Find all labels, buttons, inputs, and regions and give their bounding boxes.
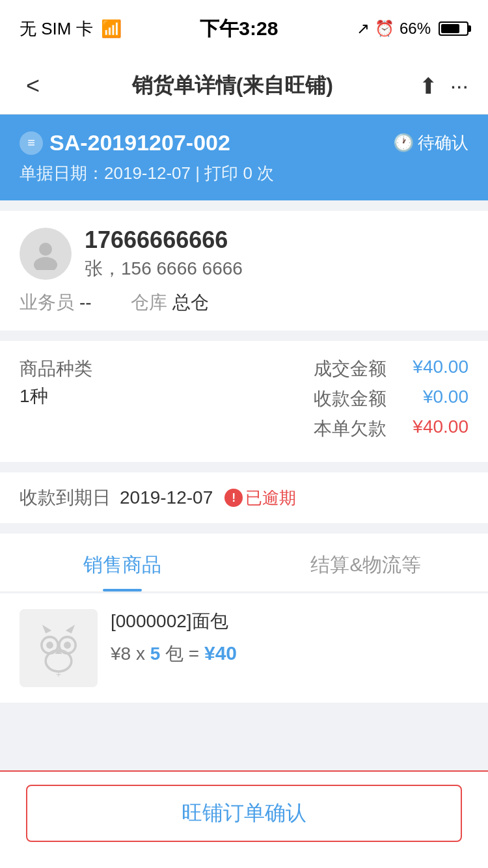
due-date: 2019-12-07: [120, 487, 213, 508]
product-types: 商品种类 1种: [20, 357, 92, 409]
product-name: [0000002]面包: [111, 609, 468, 634]
nav-bar: < 销货单详情(来自旺铺) ⬆ ···: [0, 57, 488, 115]
svg-point-4: [46, 642, 53, 649]
customer-name: 张，156 6666 6666: [85, 256, 468, 281]
nav-actions: ⬆ ···: [419, 73, 468, 99]
amounts-right: 成交金额 ¥40.00 收款金额 ¥0.00 本单欠款 ¥40.00: [314, 357, 468, 446]
confirm-order-button[interactable]: 旺铺订单确认: [26, 785, 462, 842]
status-left: 无 SIM 卡 📶: [20, 18, 122, 40]
customer-info: 17666666666 张，156 6666 6666: [85, 226, 468, 281]
svg-point-0: [39, 243, 52, 256]
overdue-text: 已逾期: [245, 487, 296, 509]
tabs: 销售商品 结算&物流等: [0, 534, 488, 592]
amount-section: 商品种类 1种 成交金额 ¥40.00 收款金额 ¥0.00 本单欠款 ¥40.…: [0, 341, 488, 462]
tab-sales-products[interactable]: 销售商品: [0, 534, 244, 591]
bottom-bar: 旺铺订单确认: [0, 770, 488, 868]
table-row: + [0000002]面包 ¥8 x 5 包 = ¥40: [0, 593, 488, 703]
salesperson-item: 业务员 --: [20, 290, 92, 315]
battery-label: 66%: [400, 20, 431, 38]
product-quantity: 5: [150, 644, 161, 664]
due-section: 收款到期日 2019-12-07 ! 已逾期: [0, 472, 488, 523]
due-label: 收款到期日: [20, 485, 111, 510]
product-owl-icon: +: [29, 619, 88, 677]
salesperson-label: 业务员: [20, 290, 74, 315]
avatar: [20, 228, 72, 280]
product-types-label: 商品种类: [20, 357, 92, 381]
deal-amount-label: 成交金额: [314, 357, 386, 381]
customer-meta: 业务员 -- 仓库 总仓: [20, 290, 468, 315]
amount-row: 商品种类 1种 成交金额 ¥40.00 收款金额 ¥0.00 本单欠款 ¥40.…: [20, 357, 468, 446]
svg-marker-8: [42, 625, 51, 634]
warehouse-label: 仓库: [131, 290, 167, 315]
order-header: ≡ SA-20191207-002 🕐 待确认 单据日期：2019-12-07 …: [0, 115, 488, 200]
overdue-icon: !: [224, 489, 243, 507]
wifi-icon: 📶: [101, 19, 122, 39]
status-time: 下午3:28: [200, 16, 278, 42]
location-icon: ↗: [357, 20, 370, 38]
svg-point-1: [34, 257, 57, 270]
status-right: ↗ ⏰ 66%: [357, 20, 468, 38]
debt-amount-item: 本单欠款 ¥40.00: [314, 416, 468, 441]
product-list: + [0000002]面包 ¥8 x 5 包 = ¥40: [0, 593, 488, 703]
product-total: ¥40: [204, 642, 237, 664]
product-image: +: [20, 609, 98, 687]
payment-amount-value: ¥0.00: [423, 387, 468, 411]
salesperson-value: --: [79, 292, 92, 313]
carrier-label: 无 SIM 卡: [20, 18, 93, 40]
order-date: 单据日期：2019-12-07 | 打印 0 次: [20, 162, 468, 185]
product-image-placeholder: +: [20, 609, 98, 687]
warehouse-item: 仓库 总仓: [131, 290, 209, 315]
order-status: 🕐 待确认: [393, 131, 468, 154]
overdue-badge: ! 已逾期: [224, 487, 296, 509]
order-id: ≡ SA-20191207-002: [20, 130, 230, 156]
deal-amount-item: 成交金额 ¥40.00: [314, 357, 468, 381]
more-button[interactable]: ···: [450, 73, 468, 98]
tab-settlement-logistics[interactable]: 结算&物流等: [244, 534, 488, 591]
payment-amount-item: 收款金额 ¥0.00: [314, 387, 468, 411]
debt-amount-value: ¥40.00: [413, 416, 468, 441]
debt-amount-label: 本单欠款: [314, 416, 386, 441]
clock-icon: 🕐: [393, 133, 414, 153]
customer-section: 17666666666 张，156 6666 6666 业务员 -- 仓库 总仓: [0, 211, 488, 331]
warehouse-value: 总仓: [172, 290, 209, 315]
payment-amount-label: 收款金额: [314, 387, 386, 411]
battery-icon: [439, 21, 468, 36]
status-bar: 无 SIM 卡 📶 下午3:28 ↗ ⏰ 66%: [0, 0, 488, 57]
customer-row: 17666666666 张，156 6666 6666: [20, 226, 468, 281]
share-button[interactable]: ⬆: [419, 73, 437, 99]
svg-marker-9: [66, 625, 75, 634]
svg-text:+: +: [56, 669, 61, 677]
product-count: 1种: [20, 384, 92, 409]
back-button[interactable]: <: [20, 66, 46, 106]
product-detail: [0000002]面包 ¥8 x 5 包 = ¥40: [111, 609, 468, 687]
product-price: ¥8 x 5 包 = ¥40: [111, 642, 468, 666]
customer-phone: 17666666666: [85, 226, 468, 254]
svg-point-5: [64, 642, 71, 649]
deal-amount-value: ¥40.00: [413, 357, 468, 381]
order-header-top: ≡ SA-20191207-002 🕐 待确认: [20, 130, 468, 156]
page-title: 销货单详情(来自旺铺): [46, 72, 419, 100]
alarm-icon: ⏰: [375, 20, 394, 38]
order-icon: ≡: [20, 131, 43, 155]
